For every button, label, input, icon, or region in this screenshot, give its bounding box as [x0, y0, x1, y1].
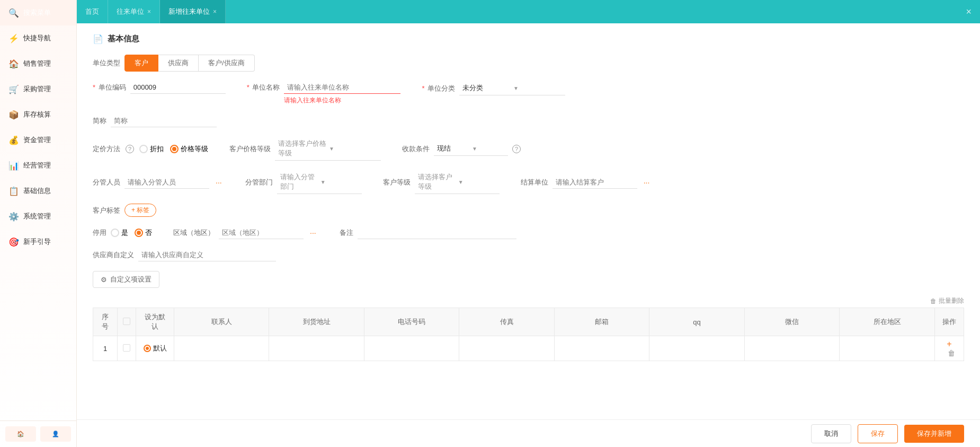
type-btn-customer[interactable]: 客户	[124, 55, 158, 72]
th-phone: 电话号码	[364, 308, 459, 336]
select-all-checkbox[interactable]	[123, 318, 130, 325]
tab-contacts-label: 往来单位	[117, 7, 144, 16]
tags-label: 客户标签	[93, 206, 120, 215]
fax-input[interactable]	[465, 345, 548, 353]
customer-level-arrow-icon: ▼	[458, 179, 496, 185]
area-more-icon[interactable]: ···	[308, 229, 318, 237]
th-contact: 联系人	[174, 308, 269, 336]
row-checkbox[interactable]	[123, 344, 130, 352]
add-row-button[interactable]: +	[947, 339, 951, 348]
radio-disable-yes[interactable]: 是	[111, 228, 128, 238]
td-phone[interactable]	[364, 336, 459, 361]
td-actions: + 🗑	[934, 336, 964, 361]
region-input[interactable]	[845, 345, 929, 353]
pricing-help-icon[interactable]: ?	[126, 145, 134, 153]
type-btn-both[interactable]: 客户/供应商	[199, 55, 255, 72]
default-radio[interactable]	[144, 345, 151, 352]
remark-input[interactable]	[358, 226, 516, 239]
customer-level-label: 客户等级	[383, 178, 411, 187]
custom-settings-button[interactable]: ⚙ 自定义项设置	[93, 271, 159, 288]
tab-new-contact[interactable]: 新增往来单位 ×	[160, 0, 226, 23]
settlement-input[interactable]	[553, 176, 637, 189]
th-checkbox	[118, 308, 136, 336]
manager-more-icon[interactable]: ···	[213, 178, 224, 187]
customer-price-arrow-icon: ▼	[329, 146, 378, 152]
code-label: * 单位编码	[93, 83, 126, 92]
add-tag-button[interactable]: + 标签	[124, 204, 156, 217]
settlement-more-icon[interactable]: ···	[642, 178, 652, 187]
sidebar-item-operation[interactable]: 📊 经营管理	[0, 153, 76, 178]
name-input[interactable]	[284, 81, 400, 94]
td-qq[interactable]	[649, 336, 745, 361]
supplier-custom-row: 供应商自定义	[93, 249, 964, 261]
name-field: * 单位名称 请输入往来单位名称	[247, 81, 401, 105]
batch-delete-label[interactable]: 批量删除	[939, 296, 964, 305]
customer-price-placeholder: 请选择客户价格等级	[278, 139, 327, 158]
contact-input[interactable]	[180, 345, 263, 353]
section-title: 基本信息	[108, 34, 139, 44]
manager-input[interactable]	[124, 176, 209, 189]
contacts-table: 序号 设为默认 联系人 到货地址 电话号码 传真 邮箱 qq 微信 所在地区 操…	[93, 308, 964, 361]
sidebar-item-finance[interactable]: 💰 资金管理	[0, 127, 76, 153]
sidebar-item-basic[interactable]: 📋 基础信息	[0, 178, 76, 204]
area-input[interactable]	[219, 226, 304, 239]
td-fax[interactable]	[459, 336, 554, 361]
batch-delete-area: 🗑 批量删除	[93, 296, 964, 305]
qq-input[interactable]	[655, 345, 739, 353]
tab-home[interactable]: 首页	[77, 0, 108, 23]
sidebar-item-label: 库存核算	[23, 110, 51, 119]
customer-price-select[interactable]: 请选择客户价格等级 ▼	[275, 137, 381, 161]
payment-help-icon[interactable]: ?	[512, 145, 521, 153]
save-button[interactable]: 保存	[858, 424, 898, 443]
chevron-down-icon: ▼	[513, 85, 562, 91]
email-input[interactable]	[560, 345, 644, 353]
customer-level-select[interactable]: 请选择客户等级 ▼	[415, 170, 500, 194]
radio-disable-no[interactable]: 否	[135, 228, 152, 238]
sidebar-item-search[interactable]: 🔍 搜索菜单	[0, 0, 76, 25]
radio-inner-price-level	[172, 147, 176, 151]
td-region[interactable]	[840, 336, 934, 361]
sidebar-user-btn[interactable]: 👤	[40, 426, 71, 442]
short-input[interactable]	[111, 115, 217, 127]
sidebar-item-purchase[interactable]: 🛒 采购管理	[0, 76, 76, 102]
supplier-custom-input[interactable]	[138, 249, 276, 261]
dept-label: 分管部门	[245, 178, 273, 187]
cancel-button[interactable]: 取消	[811, 424, 851, 443]
code-input[interactable]	[130, 81, 226, 94]
td-email[interactable]	[554, 336, 649, 361]
radio-label-no: 否	[145, 228, 152, 238]
phone-input[interactable]	[370, 345, 453, 353]
tab-contacts[interactable]: 往来单位 ×	[108, 0, 160, 23]
address-input[interactable]	[274, 345, 358, 353]
sidebar-item-guide[interactable]: 🎯 新手引导	[0, 229, 76, 255]
dept-select[interactable]: 请输入分管部门 ▼	[277, 170, 362, 194]
radio-price-level[interactable]: 价格等级	[170, 144, 208, 154]
delete-row-button[interactable]: 🗑	[948, 349, 955, 357]
radio-discount[interactable]: 折扣	[139, 144, 164, 154]
category-select[interactable]: 未分类 ▼	[459, 81, 565, 95]
sidebar-item-sales[interactable]: 🏠 销售管理	[0, 51, 76, 76]
sidebar-home-btn[interactable]: 🏠	[5, 426, 36, 442]
box-icon: 📦	[8, 109, 19, 120]
close-contacts-tab-icon[interactable]: ×	[147, 8, 151, 15]
sidebar-item-quicknav[interactable]: ⚡ 快捷导航	[0, 25, 76, 51]
tags-row: 客户标签 + 标签	[93, 204, 964, 217]
cart-icon: 🛒	[8, 84, 19, 94]
type-btn-supplier[interactable]: 供应商	[158, 55, 199, 72]
td-address[interactable]	[269, 336, 364, 361]
sidebar-item-inventory[interactable]: 📦 库存核算	[0, 102, 76, 127]
td-wechat[interactable]	[744, 336, 839, 361]
area-field: 区域（地区） ···	[173, 226, 318, 239]
payment-select[interactable]: 现结 ▼	[434, 142, 508, 156]
remark-field: 备注	[340, 226, 516, 239]
th-wechat: 微信	[744, 308, 839, 336]
close-new-contact-tab-icon[interactable]: ×	[213, 8, 217, 15]
disable-field: 停用 是 否	[93, 228, 152, 238]
save-and-new-button[interactable]: 保存并新增	[904, 425, 964, 443]
pricing-label: 定价方法	[93, 144, 120, 154]
td-contact[interactable]	[174, 336, 269, 361]
unit-type-field: 单位类型 客户 供应商 客户/供应商	[93, 55, 255, 72]
sidebar-item-system[interactable]: ⚙️ 系统管理	[0, 204, 76, 229]
close-window-button[interactable]: ×	[957, 6, 980, 17]
wechat-input[interactable]	[750, 345, 834, 353]
